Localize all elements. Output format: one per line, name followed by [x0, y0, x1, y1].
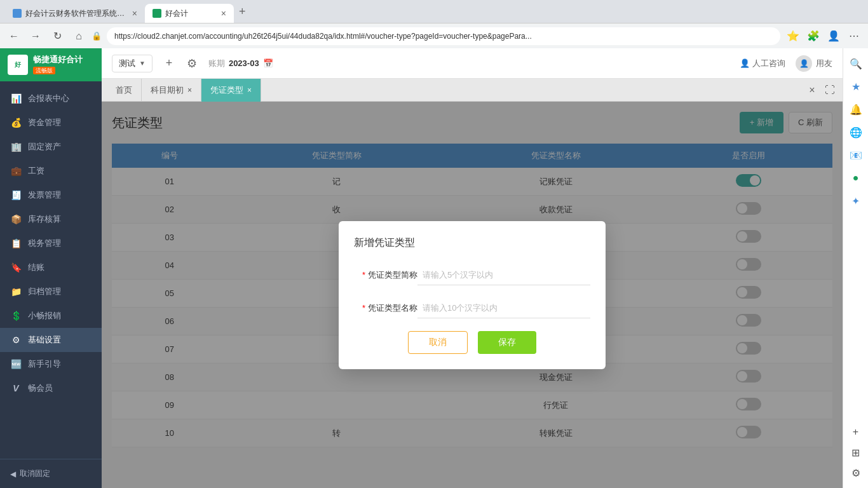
- sidebar-label-invoice: 发票管理: [28, 189, 61, 201]
- sidebar-item-archive[interactable]: 📁 归档管理: [0, 280, 102, 304]
- sidebar-item-tax[interactable]: 📋 税务管理: [0, 231, 102, 255]
- address-bar: ← → ↻ ⌂ 🔒 ⭐ 🧩 👤 ⋯: [0, 23, 868, 48]
- page-area: 凭证类型 + 新增 C 刷新 编号 凭证类型简称 凭证类型名称 是否启用: [102, 102, 843, 488]
- name-input[interactable]: [417, 298, 590, 318]
- sidebar-item-checkout[interactable]: 🔖 结账: [0, 255, 102, 280]
- header-right: 👤 人工咨询 👤 用友: [740, 55, 832, 72]
- tab-close-2[interactable]: ×: [221, 8, 226, 18]
- tab-expand-button[interactable]: ⛶: [822, 83, 837, 98]
- settings-icon: ⚙: [10, 335, 22, 345]
- sidebar-label-member: 畅会员: [28, 383, 53, 394]
- right-search-button[interactable]: 🔍: [846, 53, 866, 74]
- sidebar-item-assets[interactable]: 🏢 固定资产: [0, 135, 102, 159]
- address-input[interactable]: [107, 27, 780, 45]
- modal-title: 新增凭证类型: [354, 236, 590, 250]
- sidebar-label-tax: 税务管理: [28, 238, 61, 249]
- logo-text: 畅捷通好合计: [33, 55, 83, 65]
- right-grid-button[interactable]: ⊞: [846, 442, 866, 463]
- consulting-button[interactable]: 👤 人工咨询: [740, 58, 785, 69]
- right-mail-button[interactable]: 📧: [846, 145, 866, 165]
- logo-badge: 流畅版: [33, 67, 55, 74]
- sidebar-label-salary: 工资: [28, 165, 44, 177]
- app-container: 好 畅捷通好合计 流畅版 📊 会报表中心 💰 资金管理 🏢 固定资产 💼 工资: [0, 48, 868, 488]
- sidebar-item-settings[interactable]: ⚙ 基础设置: [0, 328, 102, 352]
- browser-tab-1[interactable]: 好会计云财务软件管理系统_会计 ×: [5, 4, 145, 23]
- right-bell-button[interactable]: 🔔: [846, 99, 866, 119]
- user-info[interactable]: 👤 用友: [796, 55, 832, 72]
- tab-favicon-1: [13, 9, 22, 18]
- guide-icon: 🆕: [10, 359, 22, 369]
- abbr-input[interactable]: [417, 265, 590, 285]
- tab-collapse-button[interactable]: ×: [804, 83, 820, 98]
- browser-actions: ⭐ 🧩 👤 ⋯: [784, 27, 863, 45]
- sidebar-item-member[interactable]: V 畅会员: [0, 376, 102, 400]
- salary-icon: 💼: [10, 166, 22, 176]
- sidebar-label-dashboard: 会报表中心: [28, 93, 69, 104]
- tab-title-2: 好会计: [165, 8, 217, 19]
- sidebar-label-expense: 小畅报销: [28, 310, 61, 322]
- favorites-btn[interactable]: ⭐: [784, 27, 802, 45]
- content-tabs: 首页 科目期初 × 凭证类型 × × ⛶: [102, 79, 843, 102]
- sidebar-item-invoice[interactable]: 🧾 发票管理: [0, 183, 102, 207]
- header-actions: + ⚙: [160, 55, 201, 72]
- home-button[interactable]: ⌂: [70, 27, 88, 45]
- right-green-button[interactable]: ●: [846, 168, 866, 188]
- profile-btn[interactable]: 👤: [825, 27, 843, 45]
- right-sidebar: 🔍 ★ 🔔 🌐 📧 ● ✦ + ⊞ ⚙: [843, 48, 868, 488]
- sidebar-nav: 📊 会报表中心 💰 资金管理 🏢 固定资产 💼 工资 🧾 发票管理 📦: [0, 81, 102, 459]
- tab-subject[interactable]: 科目期初 ×: [142, 79, 201, 102]
- cancel-pin-label: 取消固定: [20, 468, 50, 479]
- sidebar-label-archive: 归档管理: [28, 286, 61, 297]
- add-workspace-button[interactable]: +: [160, 55, 178, 72]
- right-star-button[interactable]: ★: [846, 76, 866, 97]
- more-btn[interactable]: ⋯: [845, 27, 863, 45]
- tab-favicon-2: [153, 9, 161, 18]
- sidebar-label-inventory: 库存核算: [28, 214, 61, 225]
- tab-subject-close[interactable]: ×: [187, 86, 192, 95]
- cancel-pin-button[interactable]: ◀ 取消固定: [10, 464, 92, 483]
- checkout-icon: 🔖: [10, 262, 22, 273]
- pin-icon: ◀: [10, 470, 16, 478]
- chevron-down-icon: ▼: [139, 60, 146, 67]
- tax-icon: 📋: [10, 238, 22, 248]
- sidebar-item-dashboard[interactable]: 📊 会报表中心: [0, 86, 102, 111]
- new-tab-button[interactable]: +: [234, 5, 251, 18]
- period-label: 账期: [208, 58, 225, 69]
- sidebar-label-assets: 固定资产: [28, 141, 61, 152]
- period-info: 账期 2023-03 📅: [208, 58, 273, 69]
- avatar-icon: 👤: [799, 59, 809, 68]
- right-blue-button[interactable]: ✦: [846, 191, 866, 211]
- sidebar-item-expense[interactable]: 💲 小畅报销: [0, 304, 102, 328]
- back-button[interactable]: ←: [5, 27, 23, 45]
- settings-gear-button[interactable]: ⚙: [183, 55, 201, 72]
- expense-icon: 💲: [10, 311, 22, 321]
- right-plus-button[interactable]: +: [846, 422, 866, 442]
- tab-voucher-close[interactable]: ×: [247, 86, 252, 95]
- sidebar-item-inventory[interactable]: 📦 库存核算: [0, 207, 102, 231]
- extensions-btn[interactable]: 🧩: [804, 27, 822, 45]
- tab-voucher-label: 凭证类型: [210, 85, 243, 96]
- required-star: *: [362, 270, 365, 280]
- sidebar-item-capital[interactable]: 💰 资金管理: [0, 111, 102, 135]
- cancel-button[interactable]: 取消: [408, 331, 468, 354]
- tab-close-1[interactable]: ×: [132, 8, 137, 18]
- sidebar-item-guide[interactable]: 🆕 新手引导: [0, 352, 102, 376]
- calendar-icon[interactable]: 📅: [263, 58, 273, 68]
- sidebar-item-salary[interactable]: 💼 工资: [0, 159, 102, 183]
- sidebar: 好 畅捷通好合计 流畅版 📊 会报表中心 💰 资金管理 🏢 固定资产 💼 工资: [0, 48, 102, 488]
- tab-voucher-type[interactable]: 凭证类型 ×: [201, 79, 261, 102]
- browser-tab-2[interactable]: 好会计 ×: [145, 4, 234, 23]
- forward-button[interactable]: →: [27, 27, 44, 45]
- refresh-button[interactable]: ↻: [48, 27, 66, 45]
- workspace-selector[interactable]: 测试 ▼: [112, 55, 153, 72]
- capital-icon: 💰: [10, 118, 22, 128]
- right-gear-button[interactable]: ⚙: [846, 463, 866, 483]
- save-button[interactable]: 保存: [478, 331, 536, 354]
- lock-icon: 🔒: [92, 31, 102, 41]
- workspace-name: 测试: [119, 58, 135, 69]
- tab-home[interactable]: 首页: [107, 79, 142, 102]
- tab-home-label: 首页: [116, 85, 132, 96]
- tab-bar: 好会计云财务软件管理系统_会计 × 好会计 × +: [0, 0, 868, 23]
- right-globe-button[interactable]: 🌐: [846, 122, 866, 142]
- avatar: 👤: [796, 55, 812, 72]
